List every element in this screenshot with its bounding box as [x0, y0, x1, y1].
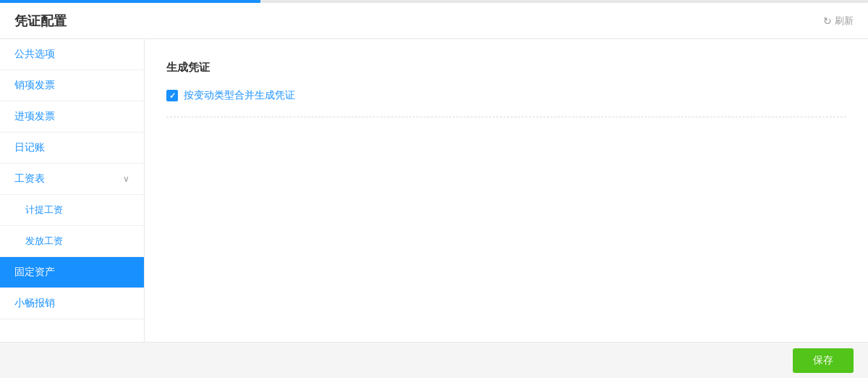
sidebar-item-label: 小畅报销	[14, 297, 55, 310]
main-layout: 公共选项销项发票进项发票日记账工资表∨计提工资发放工资固定资产小畅报销 生成凭证…	[0, 39, 868, 378]
sidebar-item-label: 固定资产	[14, 266, 55, 279]
chevron-down-icon: ∨	[123, 174, 129, 184]
sidebar-item-payroll-issue[interactable]: 发放工资	[0, 226, 144, 257]
page-title: 凭证配置	[14, 12, 67, 30]
merge-checkbox-label[interactable]: 按变动类型合并生成凭证	[184, 89, 295, 102]
sidebar-item-fixed-assets[interactable]: 固定资产	[0, 257, 144, 288]
main-content: 生成凭证 按变动类型合并生成凭证	[145, 39, 868, 378]
sidebar-item-label: 进项发票	[14, 110, 55, 123]
merge-checkbox[interactable]	[166, 90, 178, 101]
sidebar-item-journal[interactable]: 日记账	[0, 133, 144, 164]
refresh-label: 刷新	[835, 14, 854, 28]
footer: 保存	[0, 342, 868, 378]
sidebar: 公共选项销项发票进项发票日记账工资表∨计提工资发放工资固定资产小畅报销	[0, 39, 145, 378]
sidebar-item-payroll-calc[interactable]: 计提工资	[0, 195, 144, 226]
sidebar-item-payroll[interactable]: 工资表∨	[0, 164, 144, 195]
save-button[interactable]: 保存	[793, 348, 854, 373]
sidebar-item-expense-claim[interactable]: 小畅报销	[0, 288, 144, 319]
sidebar-item-label: 日记账	[14, 141, 45, 154]
sidebar-item-label: 工资表	[14, 172, 45, 185]
sidebar-item-label: 发放工资	[25, 235, 63, 248]
section-title: 生成凭证	[166, 61, 846, 75]
sidebar-item-label: 公共选项	[14, 48, 55, 61]
refresh-button[interactable]: ↻ 刷新	[823, 14, 854, 28]
sidebar-item-label: 销项发票	[14, 79, 55, 92]
sidebar-item-purchase-invoice[interactable]: 进项发票	[0, 101, 144, 133]
sidebar-item-label: 计提工资	[25, 203, 63, 217]
section-divider	[166, 117, 846, 117]
page-header: 凭证配置 ↻ 刷新	[0, 3, 868, 39]
sidebar-item-sales-invoice[interactable]: 销项发票	[0, 70, 144, 101]
checkbox-row: 按变动类型合并生成凭证	[166, 89, 846, 102]
refresh-icon: ↻	[823, 15, 832, 27]
sidebar-item-public-options[interactable]: 公共选项	[0, 39, 144, 70]
